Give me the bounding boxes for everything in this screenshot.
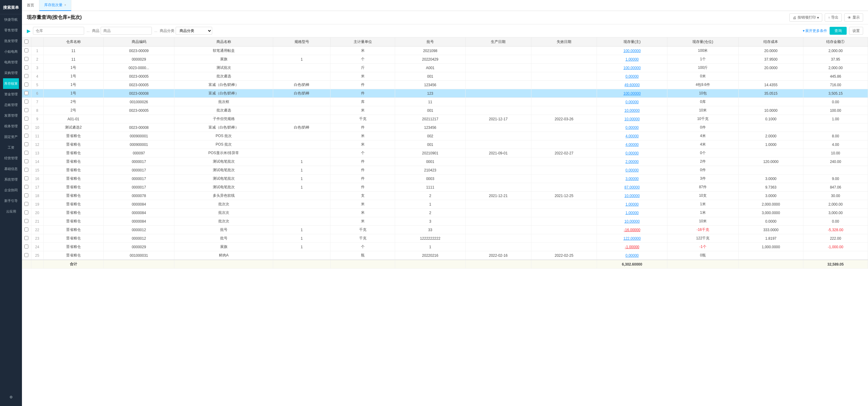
cell-unit: 千克 xyxy=(331,226,395,234)
row-checkbox[interactable] xyxy=(24,159,28,163)
cell-qty-main[interactable]: 10.00000 xyxy=(597,217,668,226)
cell-spec: 1 xyxy=(273,55,331,64)
cell-qty-main[interactable]: 122.00000 xyxy=(597,234,668,243)
row-checkbox[interactable] xyxy=(24,125,28,129)
sidebar-item-corp[interactable]: 企业协同 xyxy=(3,185,19,196)
row-checkbox[interactable] xyxy=(24,228,28,232)
sidebar-item-hr[interactable]: 工资 xyxy=(3,142,19,153)
sidebar-item-ops[interactable]: 经营管理 xyxy=(3,153,19,164)
sidebar-item-cloud[interactable]: 云应用 xyxy=(3,206,19,217)
row-checkbox[interactable] xyxy=(24,91,28,95)
cell-warehouse: 晋省粮仓 xyxy=(43,166,103,174)
row-checkbox[interactable] xyxy=(24,151,28,155)
row-checkbox[interactable] xyxy=(24,100,28,104)
row-checkbox[interactable] xyxy=(24,134,28,138)
cell-qty-main[interactable]: -16.00000 xyxy=(597,226,668,234)
cell-qty-main[interactable]: 0.00000 xyxy=(597,166,668,174)
row-checkbox[interactable] xyxy=(24,66,28,69)
cell-qty-main[interactable]: 10.00000 xyxy=(597,106,668,115)
cell-qty-main[interactable]: 10.00000 xyxy=(597,115,668,123)
select-all-checkbox[interactable] xyxy=(24,40,28,43)
sidebar-search[interactable]: 搜索菜单 xyxy=(0,2,22,14)
row-checkbox[interactable] xyxy=(24,244,28,248)
cell-qty-main[interactable]: 100.00000 xyxy=(597,46,668,55)
sidebar-item-basic[interactable]: 基础信息 xyxy=(3,164,19,174)
expand-conditions-btn[interactable]: ▾ 展开更多条件 xyxy=(803,28,827,34)
row-checkbox[interactable] xyxy=(24,57,28,61)
cell-qty-main[interactable]: 4.00000 xyxy=(597,140,668,149)
cell-qty-main[interactable]: 0.00000 xyxy=(597,123,668,132)
row-checkbox[interactable] xyxy=(24,142,28,146)
filter-expand-icon[interactable]: ▶ xyxy=(27,28,30,34)
cell-unit-cost: 0.0000 xyxy=(738,217,803,226)
print-button[interactable]: 🖨 按销项打印 ▾ xyxy=(789,13,822,22)
sidebar-item-general[interactable]: 总账管理 xyxy=(3,100,19,110)
cell-qty-main[interactable]: 100.00000 xyxy=(597,64,668,72)
row-checkbox[interactable] xyxy=(24,168,28,172)
sidebar-item-fixed-asset[interactable]: 固定资产 xyxy=(3,132,19,142)
row-checkbox[interactable] xyxy=(24,202,28,206)
sidebar-item-asset[interactable]: 资金管理 xyxy=(3,89,19,100)
cell-qty-main[interactable]: 3.00000 xyxy=(597,174,668,183)
cell-qty-main[interactable]: 100.00000 xyxy=(597,89,668,98)
cell-qty-main[interactable]: 87.00000 xyxy=(597,183,668,192)
cell-prod_date xyxy=(465,46,531,55)
cell-unit-cost: 1,000.0000 xyxy=(738,243,803,251)
cell-qty-main[interactable]: 1.00000 xyxy=(597,55,668,64)
tab-inventory-batch[interactable]: 库存批次量× xyxy=(39,0,71,11)
sidebar-item-guide[interactable]: 新手引导 xyxy=(3,196,19,206)
row-checkbox[interactable] xyxy=(24,108,28,112)
sidebar-item-purchase[interactable]: 采购管理 xyxy=(3,68,19,78)
sidebar-item-ecom[interactable]: 电商管理 xyxy=(3,57,19,68)
query-button[interactable]: 查询 xyxy=(830,27,847,35)
cell-qty-stock: 3件 xyxy=(667,174,738,183)
sidebar-item-invoice[interactable]: 发票管理 xyxy=(3,110,19,121)
unit-cost-col-header: 结存成本 xyxy=(738,37,803,46)
row-checkbox[interactable] xyxy=(24,176,28,180)
cell-qty-main[interactable]: 1.00000 xyxy=(597,200,668,209)
cell-qty-main[interactable]: 0.00000 xyxy=(597,251,668,260)
cell-qty-main[interactable]: 0.00000 xyxy=(597,149,668,158)
row-checkbox[interactable] xyxy=(24,82,28,87)
row-checkbox[interactable] xyxy=(24,236,28,240)
sidebar-item-quick-nav[interactable]: 快捷导航 xyxy=(3,14,19,25)
cell-total-cost: -1,000.00 xyxy=(803,243,868,251)
footer-label: 合计 xyxy=(43,260,103,269)
row-checkbox[interactable] xyxy=(24,219,28,223)
category-select[interactable]: 商品分类 xyxy=(176,27,212,35)
setting-button[interactable]: 设置 xyxy=(849,27,863,35)
cell-qty-main[interactable]: 1.00000 xyxy=(597,209,668,217)
sidebar-item-mini-ecom[interactable]: 小贴电商 xyxy=(3,46,19,57)
cell-qty-main[interactable]: 10.00000 xyxy=(597,192,668,200)
export-button[interactable]: ↑ 导出 xyxy=(825,13,842,22)
row-checkbox[interactable] xyxy=(24,117,28,121)
row-checkbox[interactable] xyxy=(24,185,28,189)
warehouse-input[interactable] xyxy=(33,27,84,35)
row-checkbox[interactable] xyxy=(24,74,28,78)
row-check xyxy=(22,140,31,149)
cell-warehouse: 晋省粮仓 xyxy=(43,234,103,243)
cell-qty-main[interactable]: -1.00000 xyxy=(597,243,668,251)
row-check xyxy=(22,200,31,209)
row-checkbox[interactable] xyxy=(24,48,28,53)
gear-icon[interactable]: ⚙ xyxy=(8,392,14,402)
row-checkbox[interactable] xyxy=(24,210,28,214)
tab-home[interactable]: 首页 xyxy=(22,0,39,11)
cell-qty-main[interactable]: 0.00000 xyxy=(597,72,668,81)
cell-qty-main[interactable]: 49.60000 xyxy=(597,81,668,89)
show-button[interactable]: 👁 显示 xyxy=(844,13,863,22)
row-checkbox[interactable] xyxy=(24,194,28,197)
cell-spec xyxy=(273,209,331,217)
cell-qty-main[interactable]: 0.00000 xyxy=(597,98,668,106)
sidebar-item-retail[interactable]: 零售管理 xyxy=(3,25,19,36)
row-checkbox[interactable] xyxy=(24,253,28,257)
cell-qty-stock: 4包9.6件 xyxy=(667,81,738,89)
sidebar-item-wholesale[interactable]: 批发管理 xyxy=(3,36,19,46)
tab-close-inventory-batch[interactable]: × xyxy=(64,3,66,7)
product-input[interactable] xyxy=(101,27,152,35)
sidebar-item-inventory[interactable]: 库存核算 xyxy=(3,78,19,89)
sidebar-item-system[interactable]: 系统管理 xyxy=(3,174,19,185)
cell-qty-main[interactable]: 4.00000 xyxy=(597,132,668,140)
cell-qty-main[interactable]: 2.00000 xyxy=(597,158,668,166)
sidebar-item-tax[interactable]: 税务管理 xyxy=(3,121,19,132)
